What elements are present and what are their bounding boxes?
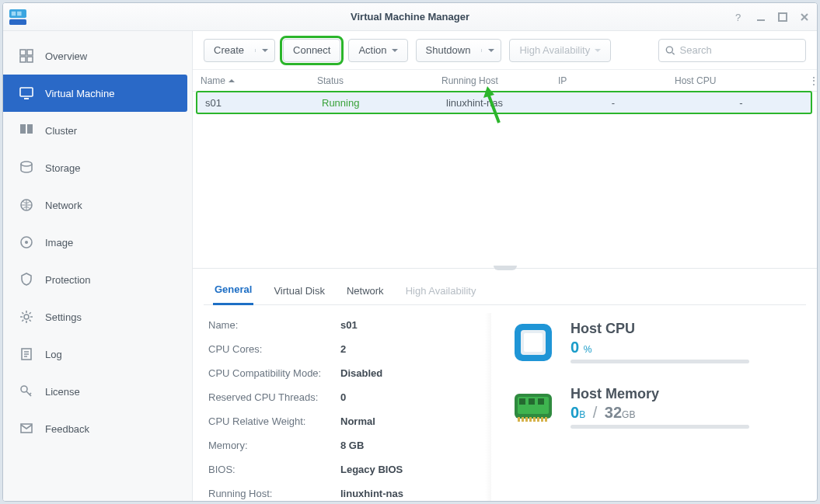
svg-text:?: ?: [735, 12, 741, 23]
feedback-icon: [19, 421, 34, 436]
sidebar-item-image[interactable]: Image: [3, 224, 192, 261]
svg-point-15: [21, 162, 32, 166]
search-box[interactable]: [658, 39, 806, 62]
col-ip[interactable]: IP: [550, 75, 667, 86]
cluster-icon: [19, 123, 34, 138]
close-button[interactable]: [798, 11, 811, 23]
svg-rect-35: [529, 417, 532, 422]
shutdown-dropdown[interactable]: [481, 49, 494, 52]
minimize-button[interactable]: [755, 11, 767, 23]
action-button[interactable]: Action: [348, 39, 407, 62]
kv-reserved-threads: Reserved CPU Threads:0: [208, 385, 483, 409]
cell-status: Running: [314, 97, 438, 109]
sidebar-item-cluster[interactable]: Cluster: [3, 112, 192, 149]
svg-rect-9: [20, 57, 26, 62]
tab-virtual-disk[interactable]: Virtual Disk: [272, 277, 326, 304]
kv-cpu-weight: CPU Relative Weight:Normal: [208, 409, 483, 433]
protection-icon: [19, 272, 34, 287]
svg-rect-2: [12, 11, 16, 15]
cpu-icon: [511, 321, 555, 364]
sidebar-item-log[interactable]: Log: [3, 335, 192, 373]
svg-rect-31: [538, 398, 544, 405]
sidebar-item-virtual-machine[interactable]: Virtual Machine: [3, 75, 187, 112]
create-label: Create: [214, 44, 244, 56]
svg-rect-36: [533, 417, 536, 422]
help-icon[interactable]: ?: [733, 11, 745, 23]
tab-high-availability[interactable]: High Availability: [404, 277, 478, 304]
host-cpu-meter: Host CPU 0 %: [511, 321, 794, 364]
table-row[interactable]: s01 Running linuxhint-nas - -: [196, 91, 812, 114]
sidebar-item-overview[interactable]: Overview: [3, 37, 192, 75]
col-name[interactable]: Name: [193, 75, 309, 86]
svg-rect-10: [27, 57, 33, 62]
col-cpu[interactable]: Host CPU: [667, 75, 801, 86]
svg-point-21: [21, 386, 27, 392]
svg-rect-34: [525, 417, 528, 422]
col-status[interactable]: Status: [309, 75, 434, 86]
create-dropdown[interactable]: [255, 49, 268, 52]
search-input[interactable]: [680, 44, 800, 56]
chevron-down-icon: [392, 49, 398, 52]
app-icon: [9, 9, 26, 25]
host-memory-bar: [571, 425, 749, 429]
svg-rect-11: [20, 88, 33, 96]
sidebar-item-label: License: [45, 386, 80, 398]
sidebar-item-label: Cluster: [45, 125, 77, 137]
detail-panel: General Virtual Disk Network High Availa…: [193, 276, 817, 501]
panel-splitter[interactable]: [193, 268, 817, 276]
cell-cpu: -: [672, 97, 811, 109]
action-label: Action: [358, 44, 386, 56]
svg-rect-30: [529, 398, 535, 405]
high-availability-button[interactable]: High Availability: [509, 39, 611, 62]
sidebar-item-license[interactable]: License: [3, 373, 192, 410]
sidebar-item-label: Network: [45, 200, 82, 211]
image-icon: [19, 235, 34, 250]
svg-rect-33: [522, 417, 524, 422]
svg-rect-5: [757, 19, 765, 21]
tab-network[interactable]: Network: [345, 277, 386, 304]
sidebar-item-label: Image: [45, 237, 73, 249]
sidebar-item-storage[interactable]: Storage: [3, 149, 192, 186]
chevron-down-icon: [595, 49, 601, 52]
gear-icon: [19, 309, 34, 325]
kv-bios: BIOS:Legacy BIOS: [208, 457, 483, 481]
toolbar: Create Connect Action Shutdown High Avai…: [193, 31, 817, 70]
sidebar-item-settings[interactable]: Settings: [3, 298, 192, 335]
connect-button[interactable]: Connect: [283, 39, 340, 62]
sidebar-item-network[interactable]: Network: [3, 186, 192, 224]
col-host[interactable]: Running Host: [434, 75, 550, 86]
svg-rect-37: [537, 417, 539, 422]
svg-rect-13: [20, 124, 26, 134]
host-cpu-value: 0 %: [571, 339, 749, 356]
svg-rect-3: [17, 11, 21, 15]
svg-rect-14: [27, 124, 33, 134]
network-icon: [19, 197, 34, 213]
sidebar-item-label: Storage: [45, 162, 81, 174]
memory-icon: [511, 386, 555, 429]
sidebar: Overview Virtual Machine Cluster Storage…: [3, 31, 193, 501]
sidebar-item-label: Virtual Machine: [45, 88, 114, 99]
sidebar-item-feedback[interactable]: Feedback: [3, 410, 192, 447]
create-button[interactable]: Create: [204, 39, 275, 62]
svg-rect-8: [27, 50, 33, 55]
svg-rect-29: [519, 398, 525, 405]
sidebar-item-label: Protection: [45, 274, 91, 286]
sidebar-item-protection[interactable]: Protection: [3, 261, 192, 298]
storage-icon: [19, 160, 34, 176]
svg-rect-32: [518, 417, 520, 422]
svg-rect-12: [24, 98, 29, 99]
tab-general[interactable]: General: [213, 276, 253, 305]
maximize-button[interactable]: [776, 11, 789, 23]
cell-host: linuxhint-nas: [438, 97, 555, 109]
host-memory-meter: Host Memory 0B / 32GB: [511, 386, 794, 429]
connect-label: Connect: [293, 44, 330, 56]
host-memory-title: Host Memory: [571, 386, 749, 402]
overview-icon: [19, 48, 34, 64]
col-options[interactable]: ⋮: [801, 75, 817, 86]
cell-ip: -: [555, 97, 672, 109]
window-controls: ?: [733, 11, 811, 23]
search-icon: [665, 45, 675, 56]
svg-rect-1: [9, 19, 26, 24]
shutdown-button[interactable]: Shutdown: [416, 39, 502, 62]
window-title: Virtual Machine Manager: [3, 11, 817, 23]
